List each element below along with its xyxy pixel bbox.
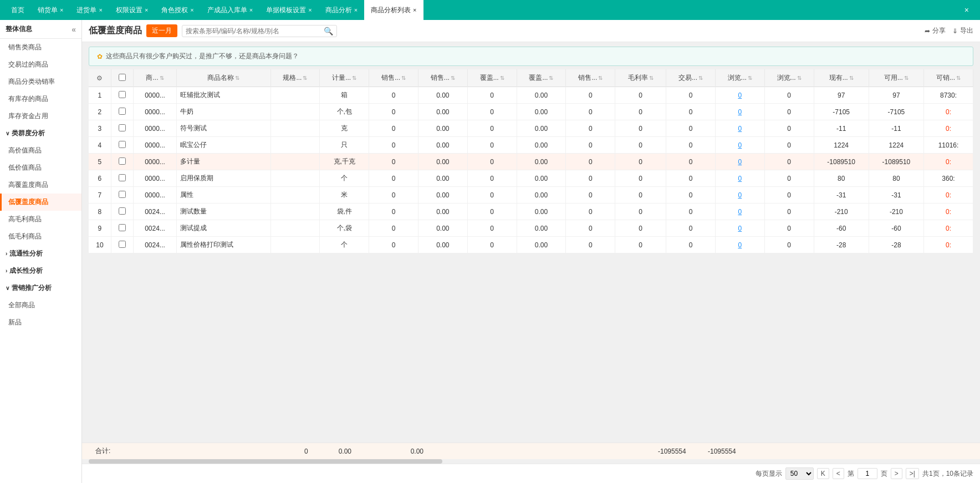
row-check[interactable] — [111, 104, 134, 120]
sidebar-item-all-goods[interactable]: 全部商品 — [0, 297, 81, 314]
col-view2[interactable]: 浏览...⇅ — [764, 69, 814, 87]
sidebar-group-flow[interactable]: › 流通性分析 — [0, 245, 81, 262]
nav-item-analysis[interactable]: 商品分析 × — [319, 0, 364, 20]
nav-item-sales[interactable]: 销货单 × — [31, 0, 70, 20]
nav-close-templates[interactable]: × — [308, 7, 312, 13]
row-checkbox[interactable] — [119, 124, 126, 131]
nav-item-analysis-list[interactable]: 商品分析列表 × — [364, 0, 423, 20]
row-check[interactable] — [111, 120, 134, 137]
horizontal-scrollbar[interactable] — [89, 459, 973, 464]
nav-close-sales[interactable]: × — [60, 7, 63, 13]
row-checkbox[interactable] — [119, 91, 126, 98]
col-unit[interactable]: 计量...⇅ — [320, 69, 369, 87]
nav-item-warehouse[interactable]: 产成品入库单 × — [201, 0, 259, 20]
row-view1[interactable]: 0 — [715, 104, 764, 120]
col-trade[interactable]: 交易...⇅ — [666, 69, 716, 87]
col-stock1[interactable]: 现有...⇅ — [814, 69, 869, 87]
share-button[interactable]: ➦ 分享 — [925, 26, 946, 35]
prev-page-btn[interactable]: < — [833, 468, 844, 479]
col-spec[interactable]: 规格...⇅ — [270, 69, 320, 87]
row-checkbox[interactable] — [119, 141, 126, 148]
col-name[interactable]: 商品名称⇅ — [176, 69, 270, 87]
select-all-checkbox[interactable] — [119, 74, 126, 81]
sidebar-item-low-margin[interactable]: 低毛利商品 — [0, 228, 81, 245]
sidebar-item-low-coverage[interactable]: 低覆盖度商品 — [0, 194, 81, 211]
info-star-icon: ✿ — [97, 53, 103, 60]
row-view1[interactable]: 0 — [715, 220, 764, 237]
export-button[interactable]: ⇓ 导出 — [952, 26, 973, 35]
row-check[interactable] — [111, 170, 134, 187]
col-stock3[interactable]: 可销...⇅ — [924, 69, 973, 87]
sidebar-item-high-coverage[interactable]: 高覆盖度商品 — [0, 176, 81, 194]
first-page-btn[interactable]: K — [817, 468, 829, 479]
sidebar-item-traded-goods[interactable]: 交易过的商品 — [0, 56, 81, 73]
col-stock2[interactable]: 可用...⇅ — [869, 69, 923, 87]
col-check[interactable] — [111, 69, 134, 87]
search-input[interactable] — [186, 27, 321, 35]
nav-close-analysis[interactable]: × — [354, 7, 358, 13]
row-checkbox[interactable] — [119, 157, 126, 165]
sidebar-item-stock-capital[interactable]: 库存资金占用 — [0, 108, 81, 125]
sidebar-group-marketing[interactable]: ∨ 营销推广分析 — [0, 279, 81, 297]
sidebar-item-new-goods[interactable]: 新品 — [0, 314, 81, 331]
col-sales3[interactable]: 销售...⇅ — [566, 69, 615, 87]
col-margin[interactable]: 毛利率⇅ — [615, 69, 666, 87]
nav-close-roles[interactable]: × — [190, 7, 193, 13]
row-checkbox[interactable] — [119, 174, 126, 181]
col-code[interactable]: 商...⇅ — [134, 69, 176, 87]
sidebar-item-low-value[interactable]: 低价值商品 — [0, 159, 81, 176]
col-sales1[interactable]: 销售...⇅ — [369, 69, 418, 87]
nav-item-purchase[interactable]: 进货单 × — [70, 0, 109, 20]
col-cover2[interactable]: 覆盖...⇅ — [517, 69, 566, 87]
row-check[interactable] — [111, 87, 134, 104]
sidebar-item-high-margin[interactable]: 高毛利商品 — [0, 211, 81, 228]
row-check[interactable] — [111, 237, 134, 253]
row-checkbox[interactable] — [119, 191, 126, 198]
current-page-input[interactable] — [858, 468, 877, 479]
row-view1[interactable]: 0 — [715, 204, 764, 220]
search-icon[interactable]: 🔍 — [324, 27, 333, 35]
row-view1[interactable]: 0 — [715, 154, 764, 170]
nav-close-warehouse[interactable]: × — [249, 7, 253, 13]
sidebar-item-high-value[interactable]: 高价值商品 — [0, 142, 81, 159]
nav-close-purchase[interactable]: × — [99, 7, 102, 13]
sidebar-collapse-btn[interactable]: « — [72, 25, 76, 34]
row-view1[interactable]: 0 — [715, 170, 764, 187]
col-sales2[interactable]: 销售...⇅ — [418, 69, 467, 87]
row-check[interactable] — [111, 137, 134, 154]
row-view1[interactable]: 0 — [715, 237, 764, 253]
sidebar-group-cluster[interactable]: ∨ 类群度分析 — [0, 125, 81, 142]
next-page-btn[interactable]: > — [891, 468, 902, 479]
nav-close-analysis-list[interactable]: × — [413, 7, 416, 13]
row-check[interactable] — [111, 220, 134, 237]
row-view1[interactable]: 0 — [715, 120, 764, 137]
table-container[interactable]: ⚙ 商...⇅ 商品名称⇅ 规格...⇅ 计量...⇅ 销售...⇅ 销售...… — [89, 69, 973, 443]
col-view1[interactable]: 浏览...⇅ — [715, 69, 764, 87]
row-checkbox[interactable] — [119, 108, 126, 115]
nav-close-permissions[interactable]: × — [145, 7, 148, 13]
row-checkbox[interactable] — [119, 224, 126, 231]
row-check[interactable] — [111, 154, 134, 170]
nav-item-permissions[interactable]: 权限设置 × — [109, 0, 155, 20]
per-page-select[interactable]: 50 20 100 — [785, 467, 814, 480]
row-view1[interactable]: 0 — [715, 137, 764, 154]
last-page-btn[interactable]: >| — [906, 468, 919, 479]
row-stock3: 8730: — [924, 87, 973, 104]
sidebar-item-category-rate[interactable]: 商品分类动销率 — [0, 73, 81, 90]
sidebar-item-sales-goods[interactable]: 销售类商品 — [0, 39, 81, 56]
window-close-btn[interactable]: × — [958, 6, 976, 14]
sidebar-group-growth[interactable]: › 成长性分析 — [0, 262, 81, 279]
col-gear[interactable]: ⚙ — [89, 69, 111, 87]
row-check[interactable] — [111, 187, 134, 204]
row-view1[interactable]: 0 — [715, 87, 764, 104]
sidebar-item-in-stock[interactable]: 有库存的商品 — [0, 90, 81, 108]
row-view1[interactable]: 0 — [715, 187, 764, 204]
row-checkbox[interactable] — [119, 241, 126, 248]
nav-item-home[interactable]: 首页 — [4, 0, 31, 20]
nav-item-roles[interactable]: 角色授权 × — [155, 0, 200, 20]
date-filter-button[interactable]: 近一月 — [146, 24, 177, 37]
col-cover1[interactable]: 覆盖...⇅ — [467, 69, 517, 87]
row-checkbox[interactable] — [119, 207, 126, 215]
nav-item-templates[interactable]: 单据模板设置 × — [259, 0, 318, 20]
row-check[interactable] — [111, 204, 134, 220]
